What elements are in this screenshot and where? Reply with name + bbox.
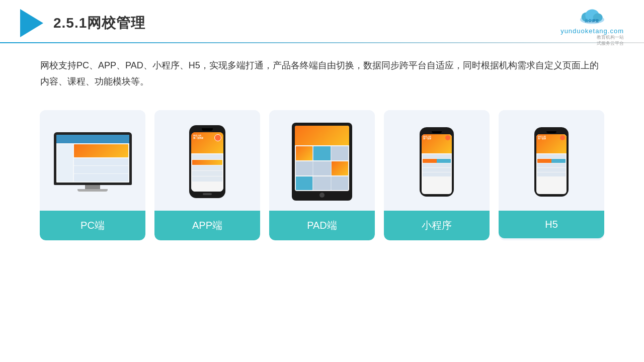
cloud-icon: 云朵课堂 (577, 7, 607, 26)
card-h5: 职达人的第一堂课 H5 (499, 110, 604, 240)
brand-text-group: yunduoketang.com 教育机构一站式服务云平台 (560, 26, 624, 46)
card-app-label: APP端 (154, 211, 260, 240)
phone-icon: 职达人的第一堂网课 (189, 125, 225, 198)
app-image-area: 职达人的第一堂网课 (154, 110, 260, 211)
card-app: 职达人的第一堂网课 APP端 (154, 110, 260, 240)
card-h5-label: H5 (499, 211, 604, 238)
miniphone-icon: 职达人的第一堂课 (420, 127, 454, 197)
pad-image-area (269, 110, 375, 211)
pc-image-area (40, 110, 145, 211)
h5phone-icon: 职达人的第一堂课 (534, 127, 569, 197)
page-title: 2.5.1网校管理 (53, 14, 145, 33)
h5-image-area: 职达人的第一堂课 (499, 110, 604, 211)
card-pc: PC端 (40, 110, 145, 240)
logo-triangle-icon (20, 9, 43, 37)
brand-url: yunduoketang.com (560, 27, 624, 35)
brand-logo: 云朵课堂 yunduoketang.com 教育机构一站式服务云平台 (560, 7, 624, 46)
cards-container: PC端 职达人的第一堂网课 (0, 95, 644, 240)
svg-text:云朵课堂: 云朵课堂 (585, 19, 599, 23)
card-pad: PAD端 (269, 110, 375, 240)
card-miniapp: 职达人的第一堂课 小程序 (384, 110, 490, 240)
description-text: 网校支持PC、APP、PAD、小程序、H5，实现多端打通，产品各终端自由切换，数… (0, 43, 644, 90)
header: 2.5.1网校管理 云朵课堂 yunduoketang.com 教育机构一站式服… (0, 0, 644, 37)
pc-monitor-icon (54, 132, 132, 192)
card-pc-label: PC端 (40, 211, 145, 240)
card-miniapp-label: 小程序 (384, 211, 490, 240)
card-pad-label: PAD端 (269, 211, 375, 240)
description-content: 网校支持PC、APP、PAD、小程序、H5，实现多端打通，产品各终端自由切换，数… (40, 60, 599, 86)
brand-slogan: 教育机构一站式服务云平台 (560, 35, 624, 46)
miniapp-image-area: 职达人的第一堂课 (384, 110, 490, 211)
tablet-icon (292, 123, 352, 201)
